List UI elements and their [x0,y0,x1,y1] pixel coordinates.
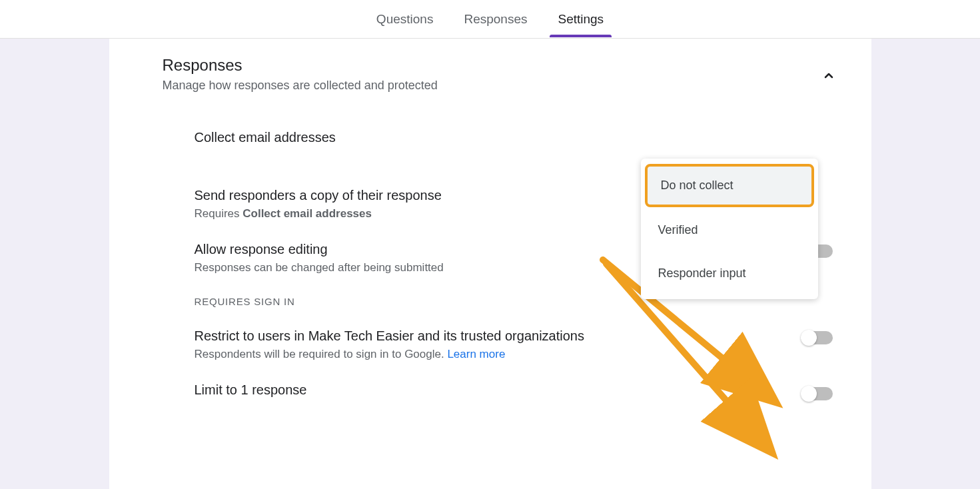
section-header: Responses Manage how responses are colle… [163,56,845,93]
section-subtitle: Manage how responses are collected and p… [163,79,438,93]
setting-label-allow-editing: Allow response editing [195,242,444,257]
tab-questions[interactable]: Questions [374,1,436,37]
setting-send-copy-text: Send responders a copy of their response… [195,188,442,221]
settings-card: Responses Manage how responses are colle… [109,39,871,489]
section-header-text: Responses Manage how responses are colle… [163,56,438,93]
setting-collect-email: Collect email addresses [195,130,833,149]
setting-label-restrict: Restrict to users in Make Tech Easier an… [195,328,584,344]
setting-limit: Limit to 1 response [195,382,833,402]
dropdown-option-responder-input[interactable]: Responder input [641,252,818,295]
setting-allow-editing-text: Allow response editing Responses can be … [195,242,444,274]
setting-restrict: Restrict to users in Make Tech Easier an… [195,328,833,361]
collect-email-dropdown: Do not collect Verified Responder input [641,159,818,299]
toggle-restrict[interactable] [802,331,833,344]
dropdown-option-do-not-collect[interactable]: Do not collect [645,164,814,207]
setting-sublabel-send-copy: Requires Collect email addresses [195,207,442,221]
setting-label-limit: Limit to 1 response [195,382,307,398]
tab-responses[interactable]: Responses [461,1,530,37]
collapse-section-button[interactable] [821,68,837,87]
tab-bar: Questions Responses Settings [0,0,980,39]
dropdown-option-verified[interactable]: Verified [641,209,818,252]
setting-sublabel-allow-editing: Responses can be changed after being sub… [195,261,444,274]
toggle-limit[interactable] [802,387,833,400]
setting-label-send-copy: Send responders a copy of their response [195,188,442,203]
setting-sublabel-restrict: Respondents will be required to sign in … [195,348,584,361]
tab-settings[interactable]: Settings [555,1,606,37]
section-title: Responses [163,56,438,75]
learn-more-link[interactable]: Learn more [447,348,505,360]
setting-restrict-text: Restrict to users in Make Tech Easier an… [195,328,584,361]
chevron-up-icon [821,68,837,84]
setting-label-collect-email: Collect email addresses [195,130,336,145]
